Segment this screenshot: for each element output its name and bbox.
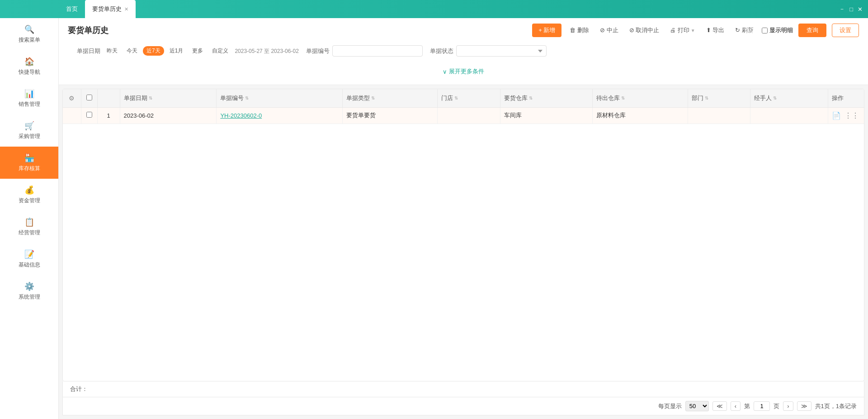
home-icon: 🏠 <box>24 57 34 67</box>
page-suffix: 页 <box>774 402 779 410</box>
date-btn-custom[interactable]: 自定义 <box>208 46 232 56</box>
tab-close-icon[interactable]: ✕ <box>124 6 128 12</box>
first-page-btn[interactable]: ≪ <box>712 401 727 411</box>
sidebar-item-operations[interactable]: 📋 经营管理 <box>0 211 58 243</box>
sidebar-item-label: 系统管理 <box>19 293 40 301</box>
date-btn-today[interactable]: 今天 <box>123 46 141 56</box>
cell-action: 📄 ⋮⋮ <box>828 107 864 124</box>
sidebar-item-basic[interactable]: 📝 基础信息 <box>0 243 58 275</box>
cell-bill-type: 要货单要货 <box>343 107 438 124</box>
window-controls: － □ ✕ <box>839 5 863 13</box>
close-btn[interactable]: ✕ <box>858 6 863 13</box>
select-all-checkbox[interactable] <box>86 95 92 100</box>
sidebar: 🔍 搜索菜单 🏠 快捷导航 📊 销售管理 🛒 采购管理 🏪 库存核算 💰 资金管… <box>0 18 59 419</box>
print-button[interactable]: 🖨 打印 ▼ <box>667 24 698 36</box>
settings-button[interactable]: 设置 <box>832 24 859 37</box>
sort-icon-bill-type[interactable]: ⇅ <box>371 95 375 100</box>
table-settings-icon[interactable]: ⚙ <box>69 95 75 102</box>
delete-button[interactable]: 🗑 删除 <box>567 24 592 36</box>
minimize-btn[interactable]: － <box>839 5 845 13</box>
per-page-label: 每页显示 <box>658 402 682 410</box>
sidebar-item-label: 经营管理 <box>19 229 40 237</box>
cell-wait-warehouse: 原材料仓库 <box>593 107 688 124</box>
expand-more-button[interactable]: ∨ 展开更多条件 <box>443 66 484 77</box>
date-btn-more[interactable]: 更多 <box>189 46 207 56</box>
last-page-btn[interactable]: ≫ <box>797 401 811 411</box>
edit-icon[interactable]: 📄 <box>832 111 841 120</box>
cell-department <box>688 107 750 124</box>
status-label: 单据状态 <box>430 47 453 55</box>
per-page-select[interactable]: 10 20 50 100 <box>685 401 709 411</box>
sidebar-item-sales[interactable]: 📊 销售管理 <box>0 82 58 114</box>
sidebar-item-label: 资金管理 <box>19 197 40 205</box>
page-title-row: 要货单历史 + 新增 🗑 删除 ⊘ 中止 ⊘ 取消中止 🖨 <box>68 24 859 37</box>
print-dropdown-icon[interactable]: ▼ <box>691 28 695 33</box>
show-detail-checkbox[interactable] <box>762 28 768 33</box>
cell-check <box>81 107 97 124</box>
export-button[interactable]: ⬆ 导出 <box>703 24 727 36</box>
new-button[interactable]: + 新增 <box>532 24 561 37</box>
date-btn-1month[interactable]: 近1月 <box>166 46 187 56</box>
sort-icon-store[interactable]: ⇅ <box>454 95 458 100</box>
sidebar-item-label: 基础信息 <box>19 261 40 269</box>
sort-icon-handler[interactable]: ⇅ <box>773 95 777 100</box>
row-checkbox[interactable] <box>86 112 92 118</box>
pagination: 每页显示 10 20 50 100 ≪ ‹ 第 页 › ≫ 共1页，1条记录 <box>62 397 864 415</box>
th-wait-warehouse: 待出仓库 ⇅ <box>593 89 688 107</box>
page-number-input[interactable] <box>754 401 770 411</box>
cell-num: 1 <box>97 107 120 124</box>
sidebar-item-label: 快捷导航 <box>19 68 40 76</box>
show-detail-toggle[interactable]: 显示明细 <box>762 26 793 34</box>
sort-icon-department[interactable]: ⇅ <box>705 95 708 100</box>
th-store: 门店 ⇅ <box>438 89 500 107</box>
sort-icon-wait-warehouse[interactable]: ⇅ <box>621 95 625 100</box>
bill-no-link[interactable]: YH-20230602-0 <box>220 112 262 119</box>
cell-store <box>438 107 500 124</box>
tab-home[interactable]: 首页 <box>59 0 85 18</box>
sort-icon-date[interactable]: ⇅ <box>149 95 152 100</box>
date-btn-7days[interactable]: 近7天 <box>143 46 164 56</box>
cell-settings <box>63 107 81 124</box>
sidebar-item-quick-nav[interactable]: 🏠 快捷导航 <box>0 50 58 82</box>
purchase-icon: 🛒 <box>24 121 34 131</box>
stop-button[interactable]: ⊘ 中止 <box>597 24 621 36</box>
cell-date: 2023-06-02 <box>120 107 217 124</box>
prev-page-btn[interactable]: ‹ <box>731 401 741 411</box>
table-header-row: ⚙ 单据日期 ⇅ <box>63 89 864 107</box>
table-wrapper: ⚙ 单据日期 ⇅ <box>62 89 864 381</box>
bill-no-label: 单据编号 <box>306 47 330 55</box>
th-settings: ⚙ <box>63 89 81 107</box>
date-range-display: 2023-05-27 至 2023-06-02 <box>235 47 298 55</box>
search-icon: 🔍 <box>24 24 34 34</box>
sales-icon: 📊 <box>24 89 34 99</box>
sidebar-item-finance[interactable]: 💰 资金管理 <box>0 179 58 211</box>
status-select[interactable] <box>456 45 547 57</box>
sidebar-item-system[interactable]: ⚙️ 系统管理 <box>0 275 58 307</box>
tab-history[interactable]: 要货单历史 ✕ <box>85 0 136 18</box>
sidebar-item-search-menu[interactable]: 🔍 搜索菜单 <box>0 18 58 50</box>
bill-no-input[interactable] <box>332 45 423 57</box>
next-page-btn[interactable]: › <box>783 401 793 411</box>
cancel-stop-button[interactable]: ⊘ 取消中止 <box>627 24 662 36</box>
sidebar-item-purchase[interactable]: 🛒 采购管理 <box>0 114 58 147</box>
th-department: 部门 ⇅ <box>688 89 750 107</box>
sort-icon-req-warehouse[interactable]: ⇅ <box>529 95 533 100</box>
maximize-btn[interactable]: □ <box>849 6 853 13</box>
sidebar-item-label: 采购管理 <box>19 133 40 140</box>
th-handler: 经手人 ⇅ <box>750 89 828 107</box>
system-icon: ⚙️ <box>24 281 34 291</box>
toolbar: + 新增 🗑 删除 ⊘ 中止 ⊘ 取消中止 🖨 打印 ▼ <box>532 24 859 37</box>
date-filter-group: 单据日期 昨天 今天 近7天 近1月 更多 自定义 2023-05-27 至 2… <box>77 46 299 56</box>
th-num <box>97 89 120 107</box>
data-table: ⚙ 单据日期 ⇅ <box>63 89 864 124</box>
date-btn-yesterday[interactable]: 昨天 <box>103 46 121 56</box>
page-label: 第 <box>744 402 750 410</box>
query-button[interactable]: 查询 <box>798 24 826 37</box>
th-action: 操作 <box>828 89 864 107</box>
more-icon[interactable]: ⋮⋮ <box>844 111 859 120</box>
sidebar-item-inventory[interactable]: 🏪 库存核算 <box>0 147 58 179</box>
bill-no-filter-group: 单据编号 <box>306 45 423 57</box>
content-area: 要货单历史 + 新增 🗑 删除 ⊘ 中止 ⊘ 取消中止 🖨 <box>59 18 868 419</box>
sort-icon-bill-no[interactable]: ⇅ <box>245 95 249 100</box>
cell-req-warehouse: 车间库 <box>500 107 593 124</box>
